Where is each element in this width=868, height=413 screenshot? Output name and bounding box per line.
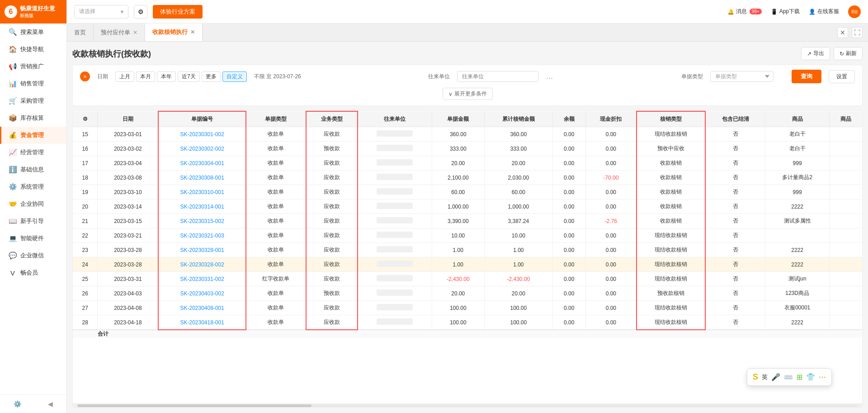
sidebar-item-member[interactable]: V畅会员 [0,264,66,281]
footer-cell-6 [432,330,484,338]
row-included: 否 [705,315,765,330]
app-download-button[interactable]: 📱 App下载 [771,8,800,15]
doc-link[interactable]: SK-20230331-002 [180,276,224,282]
sidebar-item-system[interactable]: ⚙️系统管理 [0,178,66,195]
row-product: 多计量商品2 [765,171,830,185]
row-doc-no[interactable]: SK-20230418-001 [158,315,246,330]
ime-mode-button[interactable]: 英 [762,373,768,381]
doc-link[interactable]: SK-20230328-001 [180,247,224,253]
row-doc-no[interactable]: SK-20230328-002 [158,257,246,272]
doc-link[interactable]: SK-20230304-001 [180,160,224,166]
sidebar-item-hardware[interactable]: 💻智能硬件 [0,230,66,247]
sidebar-item-finance[interactable]: 💰资金管理 [0,127,66,144]
sidebar-item-basic[interactable]: ℹ️基础信息 [0,161,66,178]
sidebar-item-marketing[interactable]: 📢营销推广 [0,58,66,75]
doc-link[interactable]: SK-20230315-002 [180,218,224,224]
tab-close-collection[interactable]: ✕ [190,29,195,35]
row-doc-no[interactable]: SK-20230304-001 [158,156,246,171]
row-doc-no[interactable]: SK-20230331-002 [158,272,246,286]
sidebar-item-search[interactable]: 🔍搜索菜单 [0,24,66,41]
ime-shirt-icon[interactable]: 👕 [806,373,815,381]
doc-link[interactable]: SK-20230328-002 [180,261,224,268]
row-doc-no[interactable]: SK-20230310-001 [158,185,246,199]
row-doc-no[interactable]: SK-20230321-003 [158,228,246,243]
row-doc-no[interactable]: SK-20230315-002 [158,214,246,228]
doc-link[interactable]: SK-20230403-002 [180,290,224,297]
doc-link[interactable]: SK-20230310-001 [180,189,224,195]
workspace-dropdown[interactable]: 请选择 ▾ [74,5,128,19]
sidebar-item-sales[interactable]: 📊销售管理 [0,75,66,92]
sidebar-item-newbie[interactable]: 📖新手引导 [0,213,66,230]
row-included: 否 [705,214,765,228]
expand-filter-icon: ∨ [448,91,453,97]
close-tab-button[interactable]: ✕ [837,27,848,38]
doctype-filter-select[interactable]: 单据类型 [710,71,774,82]
row-doc-no[interactable]: SK-20230403-002 [158,286,246,301]
doc-link[interactable]: SK-20230301-002 [180,131,224,138]
experience-button[interactable]: 体验行业方案 [153,5,203,19]
gear-button[interactable]: ⚙ [134,5,147,19]
notification-button[interactable]: 🔔 消息 99+ [727,8,762,15]
filter-collapse-button[interactable]: » [80,71,90,81]
ime-keyboard-icon[interactable]: ⌨️ [784,373,793,381]
date-btn-3[interactable]: 近7天 [178,71,200,82]
sidebar-icon-finance: 💰 [9,131,17,139]
scrollbar-track [77,404,858,407]
row-doc-type: 收款单 [246,199,306,214]
date-btn-custom[interactable]: 自定义 [222,71,247,82]
row-balance: 0.00 [552,243,585,257]
tab-prepay[interactable]: 预付应付单✕ [94,24,145,41]
date-btn-1[interactable]: 本月 [136,71,155,82]
sidebar-item-wechat[interactable]: 💬企业微信 [0,247,66,264]
avatar[interactable]: Rit [848,5,861,18]
content-area: 收款核销执行(按收款) ↗ 导出 ↻ 刷新 » 日期 上月本月本年近7天更多自定… [67,42,868,413]
query-button[interactable]: 查询 [792,70,821,83]
filter-settings-button[interactable]: 设置 [829,70,855,83]
export-button[interactable]: ↗ 导出 [801,47,830,60]
doc-link[interactable]: SK-20230321-003 [180,233,224,239]
date-btn-2[interactable]: 本年 [157,71,176,82]
expand-window-button[interactable]: ⛶ [852,27,863,38]
doc-link[interactable]: SK-20230408-001 [180,305,224,311]
row-balance: 0.00 [552,142,585,156]
table-wrapper[interactable]: ⚙日期单据编号单据类型业务类型往来单位单据金额累计核销金额余额现金折扣核销类型包… [73,111,862,404]
sidebar-item-quicknav[interactable]: 🏠快捷导航 [0,41,66,58]
refresh-button[interactable]: ↻ 刷新 [834,47,863,60]
date-btn-4[interactable]: 更多 [202,71,221,82]
ime-mic-icon[interactable]: 🎤 [771,373,780,381]
sidebar-item-operations[interactable]: 📈经营管理 [0,144,66,161]
doc-link[interactable]: SK-20230418-001 [180,319,224,326]
table-scrollbar[interactable] [73,404,862,407]
row-doc-no[interactable]: SK-20230308-001 [158,171,246,185]
ime-more-icon[interactable]: ⋯ [819,373,826,381]
online-service-button[interactable]: 👤 在线客服 [809,8,839,15]
row-doc-no[interactable]: SK-20230302-002 [158,142,246,156]
partner-filter-input[interactable] [457,71,538,82]
row-doc-no[interactable]: SK-20230314-001 [158,199,246,214]
sidebar-item-enterprise[interactable]: 🤝企业协同 [0,195,66,213]
row-doc-no[interactable]: SK-20230328-001 [158,243,246,257]
doc-link[interactable]: SK-20230314-001 [180,204,224,210]
ime-app-icon[interactable]: ⊞ [797,373,802,381]
row-no: 20 [73,199,98,214]
doc-link[interactable]: SK-20230308-001 [180,175,224,181]
sidebar-item-inventory[interactable]: 📦库存核算 [0,109,66,127]
doc-link[interactable]: SK-20230302-002 [180,146,224,152]
row-product2 [830,257,862,272]
tab-collection[interactable]: 收款核销执行✕ [145,24,203,41]
expand-filter-button[interactable]: ∨ 展开更多条件 [443,88,493,100]
row-doc-no[interactable]: SK-20230408-001 [158,301,246,315]
sidebar-footer-collapse[interactable]: ◀ [44,399,57,409]
col-settings-icon[interactable]: ⚙ [83,116,88,122]
date-btn-0[interactable]: 上月 [115,71,134,82]
tab-close-prepay[interactable]: ✕ [133,29,137,36]
sidebar-footer-settings[interactable]: ⚙️ [10,399,25,409]
sidebar-item-purchase[interactable]: 🛒采购管理 [0,92,66,109]
tab-home[interactable]: 首页 [67,24,94,41]
row-no: 16 [73,142,98,156]
tab-label-collection: 收款核销执行 [152,28,188,36]
row-discount: 0.00 [585,142,637,156]
row-date: 2023-03-31 [98,272,158,286]
row-doc-no[interactable]: SK-20230301-002 [158,127,246,142]
scrollbar-thumb[interactable] [77,404,311,407]
